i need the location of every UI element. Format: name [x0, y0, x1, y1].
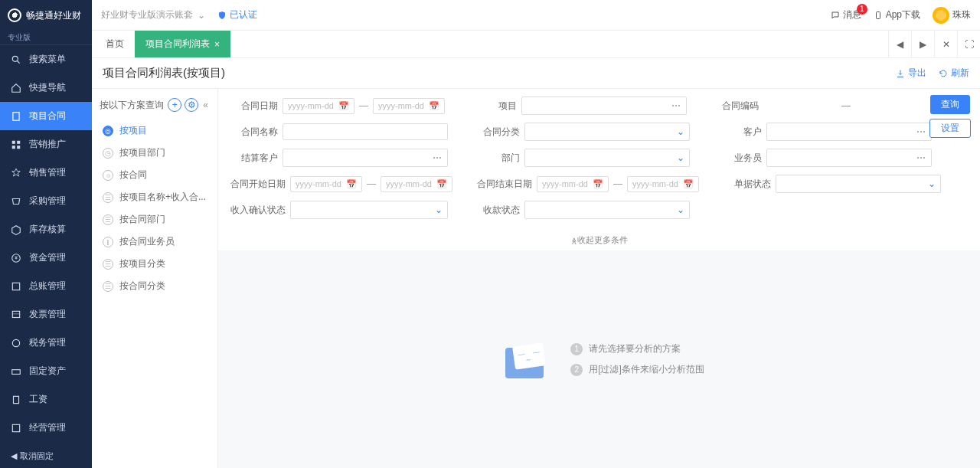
topbar: 好业财专业版演示账套⌄ 已认证 消息1 App下载 珠珠: [92, 0, 980, 31]
messages-button[interactable]: 消息1: [831, 8, 861, 21]
svg-rect-19: [876, 11, 880, 18]
settle-customer-input[interactable]: ⋯: [283, 149, 448, 167]
refresh-button[interactable]: 刷新: [939, 67, 969, 80]
label-receipt-status: 收款状态: [472, 204, 520, 217]
nav-operation[interactable]: 经营管理: [0, 414, 92, 442]
svg-rect-4: [17, 140, 20, 143]
salesman-input[interactable]: ⋯: [766, 149, 932, 167]
contract-end-to[interactable]: yyyy-mm-dd📅: [627, 176, 699, 192]
calendar-icon: 📅: [338, 101, 349, 111]
svg-rect-6: [17, 146, 20, 149]
svg-rect-14: [12, 424, 19, 431]
customer-input[interactable]: ⋯: [766, 123, 932, 141]
query-button[interactable]: 查询: [930, 95, 970, 114]
dept-select[interactable]: ⌄: [524, 149, 690, 167]
contract-date-from[interactable]: yyyy-mm-dd📅: [283, 98, 354, 114]
scheme-item-project[interactable]: ◎按项目: [92, 119, 217, 142]
nav-assets[interactable]: 固定资产: [0, 357, 92, 385]
calendar-icon: 📅: [593, 179, 603, 189]
contract-start-from[interactable]: yyyy-mm-dd📅: [290, 176, 362, 192]
scheme-item-salesman[interactable]: ⫿按合同业务员: [92, 231, 217, 253]
svg-rect-10: [12, 311, 19, 317]
collapse-conditions[interactable]: 收起更多条件: [218, 230, 980, 250]
nav-marketing[interactable]: 营销推广: [0, 130, 92, 159]
nav-purchase[interactable]: 采购管理: [0, 187, 92, 215]
export-button[interactable]: 导出: [896, 67, 926, 80]
svg-point-0: [12, 56, 18, 61]
scheme-settings-button[interactable]: ⚙: [185, 98, 198, 112]
contract-class-select[interactable]: ⌄: [524, 123, 690, 141]
svg-rect-13: [12, 369, 21, 374]
label-contract-name: 合同名称: [230, 126, 278, 139]
bill-status-select[interactable]: ⌄: [776, 175, 941, 193]
lookup-icon: ⋯: [916, 152, 926, 163]
scheme-item-contract-dept[interactable]: ☰按合同部门: [92, 208, 217, 231]
nav-ledger[interactable]: 总账管理: [0, 272, 92, 300]
tab-fullscreen[interactable]: ⛶: [957, 31, 980, 57]
bars-icon: ⫿: [103, 237, 113, 247]
label-contract-end: 合同结束日期: [477, 178, 532, 191]
contract-start-to[interactable]: yyyy-mm-dd📅: [381, 176, 452, 192]
tab-next[interactable]: ▶: [911, 31, 934, 57]
scheme-item-project-class[interactable]: ☰按项目分类: [92, 253, 217, 275]
empty-step-2: 2用[过滤]条件来缩小分析范围: [570, 363, 704, 376]
chevron-down-icon: ⌄: [677, 152, 684, 163]
nav-invoice[interactable]: 发票管理: [0, 300, 92, 329]
settings-button[interactable]: 设置: [929, 119, 971, 138]
nav-inventory[interactable]: 库存核算: [0, 215, 92, 244]
label-project: 项目: [469, 100, 517, 113]
download-button[interactable]: App下载: [874, 8, 920, 21]
contract-date-to[interactable]: yyyy-mm-dd📅: [373, 98, 445, 114]
msg-badge: 1: [857, 4, 867, 15]
add-scheme-button[interactable]: +: [168, 98, 181, 112]
nav-salary[interactable]: 工资: [0, 385, 92, 414]
chevron-down-icon: ⌄: [928, 178, 936, 189]
income-status-select[interactable]: ⌄: [290, 201, 448, 219]
scheme-item-contract[interactable]: ⌾按合同: [92, 164, 217, 186]
chart-icon: ⌾: [103, 170, 113, 181]
pin-toggle[interactable]: ◀取消固定: [0, 444, 92, 468]
tabbar: 首页 项目合同利润表× ◀ ▶ ✕ ⛶: [92, 31, 980, 58]
label-contract-no: 合同编码: [711, 100, 759, 113]
nav-sales[interactable]: 销售管理: [0, 159, 92, 187]
collapse-panel-button[interactable]: «: [201, 100, 210, 110]
nav-quicknav[interactable]: 快捷导航: [0, 74, 92, 102]
refresh-icon: [939, 69, 948, 78]
contract-no-value: —: [763, 100, 929, 111]
verified-badge: 已认证: [217, 8, 257, 21]
contract-end-from[interactable]: yyyy-mm-dd📅: [537, 176, 609, 192]
svg-rect-5: [12, 146, 15, 149]
nav-tax[interactable]: 税务管理: [0, 329, 92, 357]
list-icon: ☰: [103, 192, 113, 203]
tab-profit-report[interactable]: 项目合同利润表×: [135, 31, 230, 57]
scheme-item-name-income[interactable]: ☰按项目名称+收入合...: [92, 186, 217, 208]
lookup-icon: ⋯: [671, 100, 681, 111]
nav-project-contract[interactable]: 项目合同: [0, 102, 92, 130]
env-selector[interactable]: 好业财专业版演示账套⌄: [101, 8, 205, 21]
calendar-icon: 📅: [683, 179, 694, 189]
nav-search[interactable]: 搜索菜单: [0, 45, 92, 74]
label-contract-class: 合同分类: [472, 126, 520, 139]
empty-step-1: 1请先选择要分析的方案: [570, 342, 704, 355]
nav-fund[interactable]: ¥资金管理: [0, 244, 92, 272]
empty-state: 1请先选择要分析的方案 2用[过滤]条件来缩小分析范围: [218, 250, 980, 468]
receipt-status-select[interactable]: ⌄: [524, 201, 690, 219]
empty-illustration: [494, 332, 555, 386]
close-icon[interactable]: ×: [214, 39, 220, 50]
shield-icon: [217, 11, 227, 20]
list-icon: ☰: [103, 281, 113, 292]
contract-name-input[interactable]: [283, 123, 448, 140]
lookup-icon: ⋯: [916, 126, 926, 137]
chevron-down-icon: ⌄: [677, 205, 684, 215]
tab-prev[interactable]: ◀: [888, 31, 911, 57]
page-title: 项目合同利润表(按项目): [103, 66, 225, 80]
list-icon: ☰: [103, 214, 113, 225]
brand-logo: 畅捷通好业财: [0, 0, 92, 31]
scheme-item-contract-class[interactable]: ☰按合同分类: [92, 275, 217, 297]
project-input[interactable]: ⋯: [521, 97, 687, 115]
tab-home[interactable]: 首页: [95, 31, 135, 57]
scheme-item-project-dept[interactable]: ◷按项目部门: [92, 142, 217, 164]
user-menu[interactable]: 珠珠: [933, 7, 971, 24]
brand-edition: 专业版: [0, 31, 92, 45]
tab-close-all[interactable]: ✕: [934, 31, 957, 57]
